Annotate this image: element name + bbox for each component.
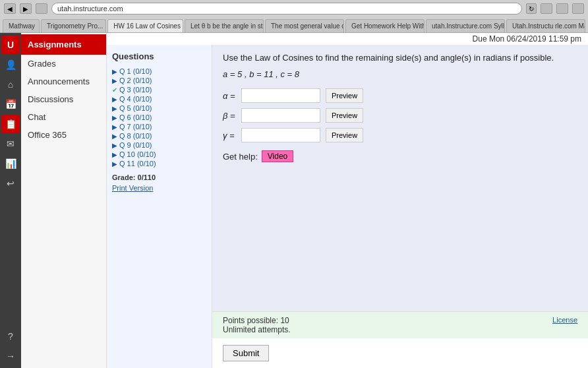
sidebar-item-discussions[interactable]: Discussions <box>21 90 106 108</box>
menu-button[interactable] <box>572 3 584 14</box>
arrow-icon: ▶ <box>112 105 117 112</box>
arrow-icon: ▶ <box>112 160 117 168</box>
browser-tab[interactable]: Trigonometry Pro... <box>41 19 106 32</box>
profile-button[interactable] <box>541 3 552 14</box>
list-item[interactable]: ▶ Q 2 (0/10) <box>112 76 206 85</box>
problem-given: a = 5 , b = 11 , c = 8 <box>223 69 577 79</box>
attempts-label: Unlimited attempts. <box>223 325 291 334</box>
beta-label: β = <box>223 111 236 121</box>
browser-tab[interactable]: Mathway <box>3 19 40 32</box>
sidebar-header[interactable]: Assignments <box>21 34 106 55</box>
arrow-icon: ▶ <box>112 142 117 149</box>
forward-button[interactable]: ▶ <box>20 3 32 14</box>
q6-label: Q 6 (0/10) <box>119 113 152 121</box>
grade-info: Grade: 0/110 <box>112 173 206 181</box>
print-version-link[interactable]: Print Version <box>112 184 206 192</box>
browser-tab[interactable]: HW 16 Law of Cosines <box>107 19 183 32</box>
beta-preview-button[interactable]: Preview <box>326 108 363 123</box>
q4-label: Q 4 (0/10) <box>119 95 152 103</box>
calendar-icon[interactable]: 📅 <box>1 95 20 113</box>
arrow-icon: ▶ <box>112 77 117 84</box>
extensions-button[interactable] <box>556 3 568 14</box>
list-item[interactable]: ▶ Q 1 (0/10) <box>112 67 206 76</box>
list-item[interactable]: ▶ Q 5 (0/10) <box>112 104 206 113</box>
home-icon[interactable]: ⌂ <box>1 75 20 94</box>
points-info: Points possible: 10 Unlimited attempts. <box>223 316 577 334</box>
q5-label: Q 5 (0/10) <box>119 104 152 112</box>
alpha-input[interactable] <box>241 88 320 103</box>
questions-panel: Questions ▶ Q 1 (0/10) ▶ Q 2 (0/10) ✔ Q … <box>107 45 212 368</box>
q2-label: Q 2 (0/10) <box>119 77 152 84</box>
due-date-text: Due Mon 06/24/2019 11:59 pm <box>473 34 581 44</box>
list-item[interactable]: ▶ Q 9 (0/10) <box>112 140 206 150</box>
arrow-icon: ▶ <box>112 96 117 103</box>
gamma-label: γ = <box>223 131 236 140</box>
beta-row: β = Preview <box>223 108 577 123</box>
help-icon[interactable]: ? <box>1 327 20 346</box>
license-link[interactable]: License <box>552 316 577 324</box>
university-icon[interactable]: U <box>1 36 20 54</box>
help-label: Get help: <box>223 152 258 162</box>
submit-button[interactable]: Submit <box>223 345 269 361</box>
tabs-bar: MathwayTrigonometry Pro...HW 16 Law of C… <box>0 17 588 32</box>
due-date-bar: Due Mon 06/24/2019 11:59 pm <box>107 33 588 45</box>
gamma-preview-button[interactable]: Preview <box>326 128 363 142</box>
q10-label: Q 10 (0/10) <box>119 150 156 158</box>
q3-label: Q 3 (0/10) <box>119 86 152 94</box>
arrow-icon: ▶ <box>112 123 117 131</box>
inbox-icon[interactable]: ✉ <box>1 135 20 153</box>
browser-tab[interactable]: The most general value of th... <box>265 19 344 32</box>
beta-input[interactable] <box>241 108 320 123</box>
undo-icon[interactable]: ↩ <box>1 174 20 193</box>
list-item[interactable]: ▶ Q 6 (0/10) <box>112 113 206 122</box>
list-item[interactable]: ▶ Q 11 (0/10) <box>112 159 206 168</box>
browser-tab[interactable]: utah.Instructure.com Syllab... <box>426 19 505 32</box>
alpha-row: α = Preview <box>223 88 577 103</box>
q1-label: Q 1 (0/10) <box>119 67 152 75</box>
problem-area: Use the Law of Cosines to find the remai… <box>212 45 588 311</box>
alpha-preview-button[interactable]: Preview <box>326 88 363 103</box>
arrow-icon: ▶ <box>112 133 117 140</box>
assignments-icon[interactable]: 📋 <box>1 115 20 133</box>
submit-area: Submit <box>212 338 588 368</box>
q8-label: Q 8 (0/10) <box>119 132 152 140</box>
address-bar[interactable]: utah.instructure.com <box>51 3 522 15</box>
help-row: Get help: Video <box>223 150 577 162</box>
alpha-label: α = <box>223 91 236 101</box>
q9-label: Q 9 (0/10) <box>119 141 152 149</box>
sidebar-item-office365[interactable]: Office 365 <box>21 126 106 144</box>
list-item[interactable]: ▶ Q 8 (0/10) <box>112 131 206 140</box>
list-item[interactable]: ▶ Q 7 (0/10) <box>112 122 206 131</box>
sidebar-item-grades[interactable]: Grades <box>21 55 106 73</box>
browser-tab[interactable]: Let θ b be the angle in stand... <box>185 19 264 32</box>
window-button[interactable] <box>36 3 47 14</box>
arrow-icon: ▶ <box>112 68 117 75</box>
problem-instruction: Use the Law of Cosines to find the remai… <box>223 53 577 63</box>
list-item[interactable]: ▶ Q 4 (0/10) <box>112 94 206 104</box>
sidebar-item-chat[interactable]: Chat <box>21 108 106 126</box>
user-icon[interactable]: 👤 <box>1 55 20 74</box>
exit-icon[interactable]: → <box>1 347 20 365</box>
video-button[interactable]: Video <box>262 150 293 162</box>
arrow-icon: ▶ <box>112 151 117 158</box>
bottom-info: License Points possible: 10 Unlimited at… <box>212 311 588 338</box>
sidebar-item-announcements[interactable]: Announcements <box>21 73 106 90</box>
grades-icon[interactable]: 📊 <box>1 154 20 173</box>
main-content: Questions ▶ Q 1 (0/10) ▶ Q 2 (0/10) ✔ Q … <box>107 45 588 368</box>
q7-label: Q 7 (0/10) <box>119 123 152 131</box>
list-item[interactable]: ▶ Q 10 (0/10) <box>112 150 206 159</box>
gamma-row: γ = Preview <box>223 128 577 142</box>
content-area: Due Mon 06/24/2019 11:59 pm Questions ▶ … <box>107 33 588 368</box>
browser-tab[interactable]: Get Homework Help With C... <box>345 19 425 32</box>
sidebar: Assignments Grades Announcements Discuss… <box>21 33 107 368</box>
q11-label: Q 11 (0/10) <box>119 160 156 168</box>
questions-title: Questions <box>112 51 206 61</box>
address-text: utah.instructure.com <box>57 5 123 13</box>
gamma-input[interactable] <box>241 128 320 142</box>
arrow-icon: ▶ <box>112 114 117 121</box>
browser-tab[interactable]: Utah.Instructu rle.com Math... <box>506 19 585 32</box>
list-item[interactable]: ✔ Q 3 (0/10) <box>112 85 206 94</box>
reload-button[interactable]: ↻ <box>526 3 537 14</box>
back-button[interactable]: ◀ <box>4 3 16 14</box>
points-label: Points possible: 10 <box>223 316 289 325</box>
